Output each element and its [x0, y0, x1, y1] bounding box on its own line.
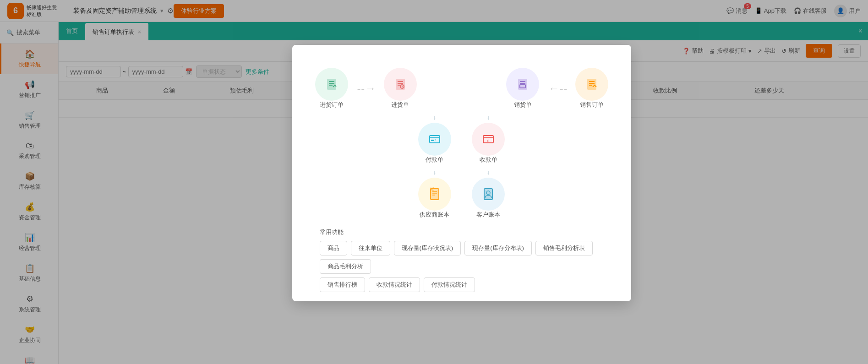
- common-funcs-title: 常用功能: [320, 228, 604, 236]
- func-btn-payment-stats[interactable]: 付款情况统计: [424, 277, 475, 292]
- popup-overlay[interactable]: 进货订单 - - →: [0, 0, 868, 364]
- receipt-icon: ¥: [472, 123, 505, 156]
- svg-text:¥: ¥: [435, 138, 436, 141]
- svg-text:¥: ¥: [487, 139, 489, 142]
- func-btn-product-profit[interactable]: 商品毛利分析: [320, 259, 371, 274]
- flow-node-payment[interactable]: ¥ 付款单: [418, 123, 451, 164]
- flow-node-sales-bill[interactable]: 销货单: [506, 68, 539, 109]
- flow-diagram: 进货订单 - - →: [311, 59, 613, 223]
- svg-text:帐: 帐: [430, 187, 434, 191]
- purchase-order-icon: [315, 68, 348, 101]
- svg-rect-14: [587, 79, 596, 90]
- arrow-down-purchase: ↓: [433, 114, 436, 121]
- flow-node-sales-order[interactable]: 销售订单: [575, 68, 608, 109]
- func-btn-sales-ranking[interactable]: 销售排行榜: [320, 277, 365, 292]
- customer-ledger-icon: [472, 178, 505, 211]
- flow-node-purchase-order[interactable]: 进货订单: [315, 68, 348, 109]
- func-btn-sales-profit[interactable]: 销售毛利分析表: [535, 241, 593, 255]
- supplier-ledger-label: 供应商账本: [420, 211, 449, 219]
- flow-node-purchase-bill[interactable]: 进货单: [384, 68, 417, 109]
- func-btn-counterpart[interactable]: 往来单位: [351, 241, 390, 255]
- func-btn-product[interactable]: 商品: [320, 241, 347, 255]
- purchase-bill-icon: [384, 68, 417, 101]
- arrow-right-1: - - →: [357, 82, 375, 95]
- receipt-label: 收款单: [480, 156, 497, 164]
- purchase-order-label: 进货订单: [320, 101, 344, 109]
- payment-icon: ¥: [418, 123, 451, 156]
- customer-ledger-label: 客户账本: [476, 211, 500, 219]
- popup-dialog: 进货订单 - - →: [292, 45, 631, 301]
- sales-bill-label: 销货单: [514, 101, 532, 109]
- func-btn-receipt-stats[interactable]: 收款情况统计: [369, 277, 420, 292]
- func-btn-inventory-status[interactable]: 现存量(库存状况表): [394, 241, 461, 255]
- supplier-ledger-icon: 帐: [418, 178, 451, 211]
- func-btn-inventory-dist[interactable]: 现存量(库存分布表): [464, 241, 532, 255]
- arrow-down-sales: ↓: [487, 114, 490, 121]
- common-functions: 常用功能 商品 往来单位 现存量(库存状况表) 现存量(库存分布表) 销售毛利分…: [311, 223, 613, 292]
- purchase-bill-label: 进货单: [391, 101, 409, 109]
- flow-node-customer-ledger[interactable]: 客户账本: [472, 178, 505, 219]
- arrow-left-1: ← - -: [548, 82, 566, 95]
- flow-node-supplier-ledger[interactable]: 帐 供应商账本: [418, 178, 451, 219]
- sales-order-label: 销售订单: [580, 101, 604, 109]
- func-buttons-row1: 商品 往来单位 现存量(库存状况表) 现存量(库存分布表) 销售毛利分析表 商品…: [320, 241, 604, 274]
- flow-node-receipt[interactable]: ¥ 收款单: [472, 123, 505, 164]
- func-buttons-row2: 销售排行榜 收款情况统计 付款情况统计: [320, 277, 604, 292]
- svg-rect-31: [484, 189, 492, 200]
- sales-bill-icon: [506, 68, 539, 101]
- arrow-down-receipt: ↓: [487, 168, 490, 176]
- sales-order-icon: [575, 68, 608, 101]
- payment-label: 付款单: [426, 156, 443, 164]
- svg-rect-20: [431, 140, 434, 141]
- arrow-down-payment: ↓: [433, 168, 436, 176]
- svg-rect-0: [327, 79, 336, 90]
